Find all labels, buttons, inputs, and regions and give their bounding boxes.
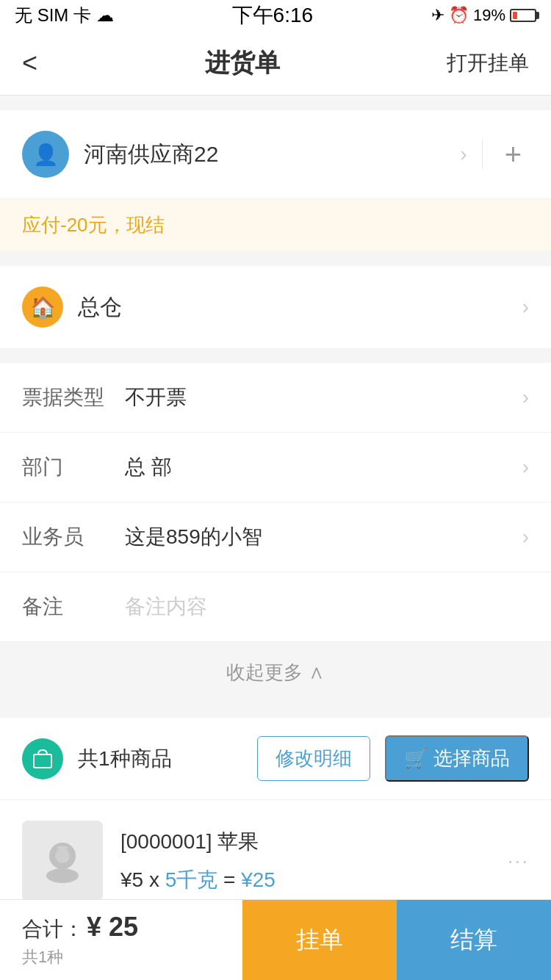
battery-percent: 19% — [473, 6, 505, 25]
warehouse-row[interactable]: 🏠 总仓 › — [0, 266, 551, 348]
supplier-name: 河南供应商22 — [84, 140, 460, 170]
sales-value: 这是859的小智 — [125, 523, 522, 551]
status-bar: 无 SIM 卡 ☁ 下午6:16 ✈ ⏰ 19% — [0, 0, 551, 31]
equals-icon: = — [223, 868, 235, 891]
back-button[interactable]: < — [22, 48, 37, 79]
open-pending-button[interactable]: 打开挂单 — [447, 49, 529, 77]
bottom-bar: 合计： ¥ 25 共1种 挂单 结算 — [0, 899, 551, 980]
product-name: [0000001] 苹果 — [120, 828, 490, 856]
dept-value: 总 部 — [125, 453, 522, 481]
qty-value: 5千克 — [165, 868, 218, 891]
dept-label: 部门 — [22, 453, 110, 481]
battery-icon — [510, 9, 536, 22]
supplier-card: 👤 河南供应商22 › + 应付-20元，现结 — [0, 110, 551, 251]
total-amount: ¥ 25 — [87, 912, 138, 943]
checkout-button[interactable]: 结算 — [397, 900, 551, 980]
product-thumbnail — [22, 821, 103, 901]
form-card: 票据类型 不开票 › 部门 总 部 › 业务员 这是859的小智 › 备注 备注… — [0, 363, 551, 642]
chevron-right-icon-4: › — [522, 455, 529, 479]
svg-rect-4 — [57, 846, 68, 849]
notice-bar: 应付-20元，现结 — [0, 199, 551, 251]
suspend-label: 挂单 — [296, 924, 343, 956]
products-card: 共1种商品 修改明细 🛒 选择商品 [0000001] 苹果 — [0, 718, 551, 922]
total-section: 合计： ¥ 25 共1种 — [0, 900, 242, 980]
dept-row[interactable]: 部门 总 部 › — [0, 433, 551, 502]
add-supplier-button[interactable]: + — [497, 138, 529, 171]
remark-label: 备注 — [22, 593, 110, 621]
sales-row[interactable]: 业务员 这是859的小智 › — [0, 502, 551, 572]
ticket-type-row[interactable]: 票据类型 不开票 › — [0, 363, 551, 433]
products-header: 共1种商品 修改明细 🛒 选择商品 — [0, 718, 551, 800]
price-unit: ¥5 — [120, 868, 143, 891]
collapse-row[interactable]: 收起更多 ∧ — [0, 642, 551, 703]
sales-label: 业务员 — [22, 523, 110, 551]
section-gap-3 — [0, 348, 551, 363]
sim-signal: 无 SIM 卡 ☁ — [15, 4, 114, 27]
select-product-label: 选择商品 — [433, 746, 510, 771]
nav-bar: < 进货单 打开挂单 — [0, 31, 551, 96]
products-icon — [22, 738, 63, 779]
chevron-right-icon: › — [460, 143, 467, 166]
modify-detail-button[interactable]: 修改明细 — [257, 736, 370, 781]
ticket-type-label: 票据类型 — [22, 383, 110, 411]
svg-point-3 — [55, 849, 70, 863]
status-time: 下午6:16 — [232, 1, 314, 29]
total-count: 共1种 — [22, 946, 220, 968]
product-title: 苹果 — [217, 830, 259, 853]
warehouse-card: 🏠 总仓 › — [0, 266, 551, 348]
chevron-right-icon-5: › — [522, 525, 529, 549]
section-gap-1 — [0, 96, 551, 110]
total-price: ¥25 — [241, 868, 276, 891]
page-title: 进货单 — [205, 46, 280, 80]
section-gap-2 — [0, 251, 551, 266]
remark-input[interactable]: 备注内容 — [125, 593, 529, 621]
chevron-right-icon-2: › — [522, 295, 529, 319]
multiply-icon: x — [149, 868, 159, 891]
avatar-icon: 👤 — [33, 143, 59, 167]
supplier-avatar: 👤 — [22, 131, 69, 178]
supplier-row[interactable]: 👤 河南供应商22 › + — [0, 110, 551, 199]
more-options-button[interactable]: ··· — [508, 849, 529, 873]
status-left: 无 SIM 卡 ☁ — [15, 4, 114, 27]
chevron-right-icon-3: › — [522, 386, 529, 409]
svg-rect-0 — [34, 754, 51, 768]
location-icon: ✈ — [431, 6, 444, 25]
collapse-label: 收起更多 ∧ — [226, 661, 324, 683]
svg-point-2 — [46, 868, 79, 883]
cart-icon: 🛒 — [404, 747, 428, 770]
total-label: 合计： — [22, 915, 84, 943]
products-count: 共1种商品 — [78, 745, 257, 773]
total-row: 合计： ¥ 25 — [22, 912, 220, 943]
ticket-type-value: 不开票 — [125, 383, 522, 411]
warehouse-name: 总仓 — [78, 292, 522, 323]
checkout-label: 结算 — [450, 924, 497, 956]
product-price: ¥5 x 5千克 = ¥25 — [120, 866, 490, 894]
select-product-button[interactable]: 🛒 选择商品 — [385, 735, 529, 782]
section-gap-4 — [0, 703, 551, 718]
product-info: [0000001] 苹果 ¥5 x 5千克 = ¥25 — [120, 828, 490, 894]
alarm-icon: ⏰ — [449, 6, 469, 25]
remark-row[interactable]: 备注 备注内容 — [0, 572, 551, 642]
vertical-divider — [482, 140, 483, 169]
warehouse-icon: 🏠 — [22, 287, 63, 328]
suspend-button[interactable]: 挂单 — [242, 900, 397, 980]
status-right: ✈ ⏰ 19% — [431, 6, 536, 25]
product-code: [0000001] — [120, 830, 212, 853]
